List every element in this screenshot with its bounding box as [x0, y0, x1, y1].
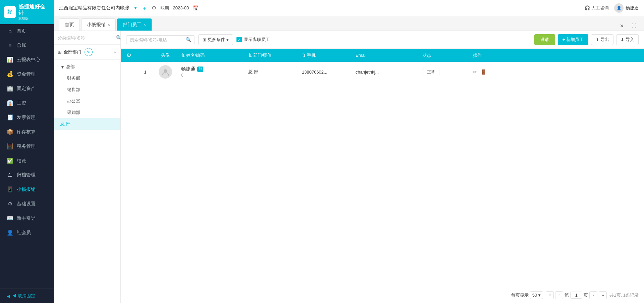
dept-edit-button[interactable]: ✎ — [85, 48, 93, 56]
funds-icon: 💰 — [7, 71, 13, 77]
page-next-button[interactable]: › — [589, 291, 597, 299]
sidebar-item-reports[interactable]: 📊 云报表中心 — [0, 52, 54, 67]
table-col-phone[interactable]: ⇅ 手机 — [298, 49, 352, 62]
sidebar-item-tax[interactable]: 🧮 税务管理 — [0, 139, 54, 154]
table-settings-icon[interactable]: ⚙ — [126, 52, 131, 58]
topbar-right: 🎧 人工咨询 👤 畅捷通 — [585, 3, 639, 13]
tab-expense-close[interactable]: × — [108, 23, 110, 27]
sidebar-item-social[interactable]: 👤 社会员 — [0, 225, 54, 240]
user-menu-button[interactable]: 👤 畅捷通 — [614, 3, 639, 13]
logout-employee-button[interactable]: 🚪 — [480, 69, 486, 75]
assets-icon: 🏢 — [7, 85, 13, 92]
page-prev-button[interactable]: ‹ — [555, 291, 563, 299]
row-actions: ✏ 🚪 — [469, 62, 644, 82]
row-name-cell: 畅捷通 部 0 — [177, 62, 244, 82]
sidebar-item-invoice[interactable]: 🧾 发票管理 — [0, 110, 54, 125]
employee-avatar — [159, 65, 172, 79]
sidebar-item-ledger[interactable]: ≡ 总账 — [0, 38, 54, 52]
row-phone: 138070602... — [298, 62, 352, 82]
sidebar-item-salary[interactable]: 👔 工资 — [0, 96, 54, 110]
sidebar-item-label: 小畅报销 — [17, 186, 36, 192]
filter-label: 更多条件 — [208, 37, 225, 43]
fullscreen-tab-button[interactable]: ⛶ — [629, 21, 639, 31]
dept-group-label: 总部 — [66, 64, 75, 70]
tab-home-label: 首页 — [65, 22, 74, 28]
employee-tag: 部 — [197, 67, 203, 72]
headset-icon: 🎧 — [585, 5, 590, 10]
dept-node-label: 办公室 — [67, 98, 80, 104]
sidebar-unpin-button[interactable]: ◀ ◀ 取消固定 — [0, 289, 54, 303]
sidebar-item-settings[interactable]: ⚙ 基础设置 — [0, 197, 54, 211]
page-next-icon: › — [593, 293, 594, 298]
dept-collapse-button[interactable]: « — [114, 49, 116, 55]
close-period-icon: ✅ — [7, 158, 13, 164]
table-col-action: 操作 — [469, 49, 644, 62]
company-name: 江西服宝精品有限责任公司内账张 — [59, 5, 129, 11]
tab-home[interactable]: 首页 — [59, 18, 80, 31]
sidebar-nav-scroll: ⌂ 首页 ≡ 总账 📊 云报表中心 💰 资金管理 🏢 固定资产 👔 工资 🧾 发… — [0, 24, 54, 289]
col-name-label: ⇅ 姓名/编码 — [181, 53, 205, 58]
page-last-button[interactable]: » — [599, 291, 607, 299]
toolbar-right-actions: 邀请 + 新增员工 ⬆ 导出 ⬇ 导入 — [534, 34, 639, 45]
more-filter-button[interactable]: ⊞ 更多条件 ▾ — [198, 34, 233, 45]
calendar-icon[interactable]: 📅 — [193, 5, 199, 11]
sidebar: 好 畅捷通好会计 旗舰版 ⌂ 首页 ≡ 总账 📊 云报表中心 💰 资金管理 🏢 … — [0, 0, 54, 303]
company-dropdown-button[interactable]: ▼ — [133, 6, 138, 10]
user-name: 畅捷通 — [626, 5, 639, 11]
invoice-icon: 🧾 — [7, 114, 13, 121]
export-label: 导出 — [600, 37, 609, 43]
import-button[interactable]: ⬇ 导入 — [616, 34, 639, 45]
sidebar-item-archive[interactable]: 🗂 归档管理 — [0, 168, 54, 182]
page-number-input[interactable] — [570, 292, 582, 299]
dept-node-group: ▼ 总部 — [54, 61, 120, 73]
topbar-settings-button[interactable]: ⚙ — [152, 5, 156, 11]
sidebar-item-funds[interactable]: 💰 资金管理 — [0, 67, 54, 81]
employee-search-icon[interactable]: 🔍 — [185, 37, 191, 42]
sidebar-item-label: 归档管理 — [17, 172, 36, 178]
tab-expense[interactable]: 小畅报销 × — [81, 18, 116, 31]
home-icon: ⌂ — [7, 28, 13, 34]
table-col-dept[interactable]: ⇅ 部门/职位 — [244, 49, 298, 62]
page-nav: « ‹ 第 页 › » — [546, 291, 607, 299]
expense-icon: 📱 — [7, 186, 13, 192]
dept-search-icon[interactable]: 🔍 — [116, 35, 121, 40]
dept-node-label: 财务部 — [67, 75, 80, 81]
sidebar-item-guide[interactable]: 📖 新手引导 — [0, 211, 54, 225]
page-size-dropdown[interactable]: 50 ▾ — [530, 291, 543, 299]
support-label: 人工咨询 — [591, 5, 609, 11]
dept-node-finance[interactable]: 财务部 — [54, 73, 120, 84]
invite-button[interactable]: 邀请 — [534, 34, 555, 45]
add-employee-button[interactable]: + 新增员工 — [558, 34, 588, 45]
unpin-icon: ◀ — [7, 294, 10, 299]
sidebar-item-home[interactable]: ⌂ 首页 — [0, 24, 54, 38]
close-tab-button[interactable]: ✕ — [617, 21, 627, 31]
sidebar-item-expense[interactable]: 📱 小畅报销 — [0, 182, 54, 197]
status-badge: 正常 — [423, 68, 439, 76]
tab-dept-emp-close[interactable]: × — [144, 23, 146, 27]
export-button[interactable]: ⬆ 导出 — [591, 34, 613, 45]
support-button[interactable]: 🎧 人工咨询 — [585, 5, 609, 11]
dept-node-office[interactable]: 办公室 — [54, 95, 120, 107]
dept-search-input[interactable] — [58, 35, 114, 40]
row-status: 正常 — [419, 62, 469, 82]
sidebar-logo[interactable]: 好 畅捷通好会计 旗舰版 — [0, 0, 54, 24]
col-phone-label: ⇅ 手机 — [302, 53, 316, 58]
table-row: 1 — [121, 62, 644, 82]
tab-dept-emp[interactable]: 部门员工 × — [117, 18, 152, 31]
page-first-button[interactable]: « — [546, 291, 554, 299]
salary-icon: 👔 — [7, 100, 13, 106]
sidebar-item-inventory[interactable]: 📦 库存核算 — [0, 125, 54, 139]
table-settings-col[interactable]: ⚙ — [121, 49, 137, 62]
dept-node-sales[interactable]: 销售部 — [54, 84, 120, 95]
show-resigned-checkbox[interactable]: ✓ 显示离职员工 — [236, 37, 270, 43]
dept-node-purchase[interactable]: 采购部 — [54, 107, 120, 118]
dept-all-header[interactable]: ⊞ 全部部门 ✎ « — [54, 45, 120, 60]
dept-node-hq[interactable]: 总 部 — [54, 118, 120, 130]
edit-employee-button[interactable]: ✏ — [473, 69, 477, 75]
sidebar-item-assets[interactable]: 🏢 固定资产 — [0, 81, 54, 96]
add-company-button[interactable]: ＋ — [142, 5, 148, 11]
employee-search-input[interactable] — [130, 37, 183, 42]
table-col-name[interactable]: ⇅ 姓名/编码 — [177, 49, 244, 62]
checkbox-checked-icon: ✓ — [236, 37, 242, 42]
sidebar-item-close[interactable]: ✅ 结账 — [0, 154, 54, 168]
